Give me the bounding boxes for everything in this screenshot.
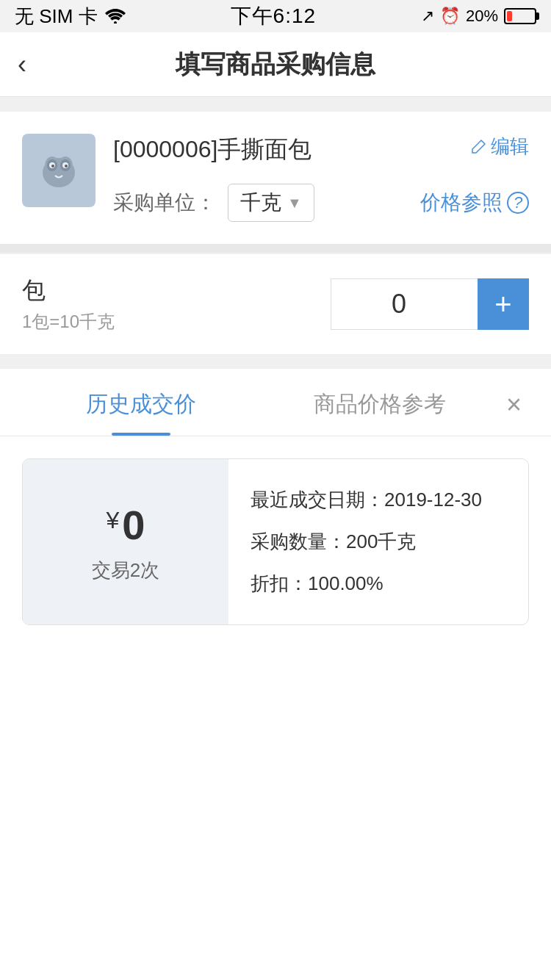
card-recent-date: 最近成交日期：2019-12-30 — [251, 486, 506, 514]
card-discount: 折扣：100.00% — [251, 569, 506, 598]
product-thumbnail — [22, 134, 96, 207]
product-section: [0000006]手撕面包 编辑 采购单位： 千克 ▼ 价格 — [0, 112, 551, 244]
page-title: 填写商品采购信息 — [176, 48, 375, 82]
edit-button[interactable]: 编辑 — [470, 134, 529, 159]
main-content-area — [0, 647, 551, 980]
card-container: ¥ 0 交易2次 最近成交日期：2019-12-30 采购数量：200千克 折扣… — [0, 436, 551, 647]
price-ref-info-icon: ? — [507, 192, 529, 214]
card-quantity: 采购数量：200千克 — [251, 527, 506, 556]
card-details-section: 最近成交日期：2019-12-30 采购数量：200千克 折扣：100.00% — [228, 459, 528, 624]
status-time: 下午6:12 — [231, 2, 317, 30]
battery-indicator — [504, 8, 536, 24]
alarm-icon: ⏰ — [440, 7, 460, 26]
quantity-plus-button[interactable]: + — [478, 278, 529, 330]
product-logo-icon — [33, 145, 84, 196]
tab-close-button[interactable]: × — [499, 371, 529, 434]
svg-point-0 — [114, 21, 117, 24]
quantity-conversion: 1包=10千克 — [22, 310, 115, 334]
wifi-icon — [105, 9, 126, 24]
card-price-display: ¥ 0 — [107, 501, 145, 549]
tabs-container: 历史成交价 商品价格参考 × — [0, 369, 551, 436]
card-trade-count: 交易2次 — [92, 558, 159, 583]
edit-icon — [470, 139, 486, 155]
unit-select-arrow-icon: ▼ — [287, 195, 302, 212]
back-button[interactable]: ‹ — [18, 51, 26, 78]
card-price-section: ¥ 0 交易2次 — [23, 459, 228, 624]
nav-bar: ‹ 填写商品采购信息 — [0, 32, 551, 97]
quantity-input-group: + — [331, 278, 529, 330]
product-name: [0000006]手撕面包 — [113, 134, 455, 166]
battery-fill — [507, 11, 512, 21]
tab-history-price[interactable]: 历史成交价 — [22, 369, 260, 436]
svg-point-9 — [65, 165, 68, 167]
product-info: [0000006]手撕面包 编辑 采购单位： 千克 ▼ 价格 — [113, 134, 529, 222]
status-bar: 无 SIM 卡 下午6:12 ↗ ⏰ 20% — [0, 0, 551, 32]
status-right: ↗ ⏰ 20% — [421, 7, 536, 26]
status-carrier: 无 SIM 卡 — [15, 4, 126, 29]
quantity-unit-label: 包 — [22, 275, 115, 307]
section-divider — [0, 244, 551, 253]
price-ref-button[interactable]: 价格参照 ? — [420, 189, 529, 217]
tab-price-reference[interactable]: 商品价格参考 — [260, 369, 498, 436]
quantity-input[interactable] — [331, 278, 478, 330]
history-card: ¥ 0 交易2次 最近成交日期：2019-12-30 采购数量：200千克 折扣… — [22, 458, 529, 625]
unit-label: 采购单位： — [113, 189, 216, 217]
quantity-section: 包 1包=10千克 + — [0, 254, 551, 354]
unit-select[interactable]: 千克 ▼ — [228, 184, 314, 222]
svg-point-8 — [51, 165, 54, 167]
location-icon: ↗ — [421, 7, 434, 26]
